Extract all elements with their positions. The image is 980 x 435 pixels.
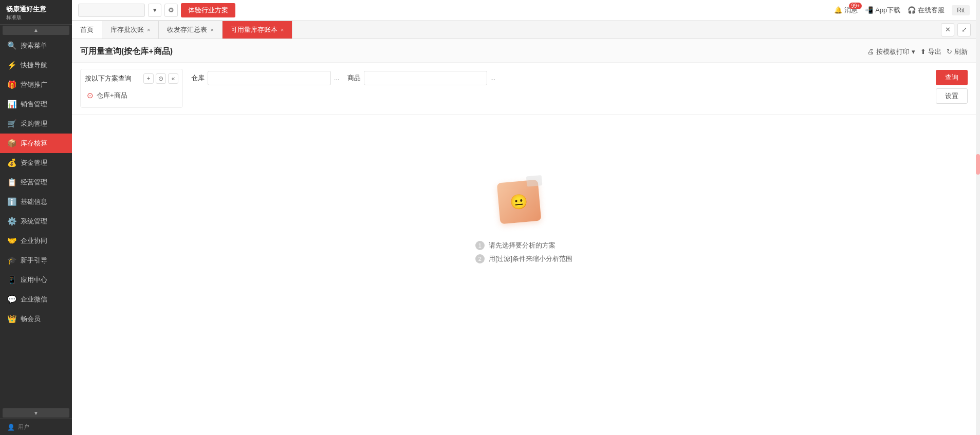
edit-scheme-btn[interactable]: ⊙ bbox=[156, 73, 166, 84]
info-icon: ℹ️ bbox=[7, 197, 16, 206]
sidebar-item-label: 系统管理 bbox=[21, 217, 47, 226]
scheme-item-label: 仓库+商品 bbox=[97, 91, 127, 100]
warehouse-more-btn[interactable]: ... bbox=[334, 74, 339, 82]
sidebar-item-system[interactable]: ⚙️ 系统管理 bbox=[0, 212, 72, 231]
sidebar-item-member[interactable]: 👑 畅会员 bbox=[0, 309, 72, 329]
topbar-left: ▾ ⚙ 体验行业方案 bbox=[78, 3, 235, 17]
sidebar-item-marketing[interactable]: 🎁 营销推广 bbox=[0, 75, 72, 94]
scrollbar-thumb[interactable] bbox=[976, 154, 980, 175]
topbar-search-input[interactable] bbox=[78, 4, 145, 17]
topbar-gear-btn[interactable]: ⚙ bbox=[164, 4, 178, 17]
sidebar-item-management[interactable]: 📋 经营管理 bbox=[0, 173, 72, 192]
sidebar-nav: 🔍 搜索菜单 ⚡ 快捷导航 🎁 营销推广 📊 销售管理 🛒 采购管理 📦 bbox=[0, 36, 72, 407]
sidebar-item-guide[interactable]: 🎓 新手引导 bbox=[0, 251, 72, 270]
export-icon: ⬆ bbox=[920, 48, 926, 55]
export-btn[interactable]: ⬆ 导出 bbox=[920, 47, 941, 56]
inventory-batch-tab-label: 库存批次账 bbox=[110, 25, 144, 34]
close-summary-icon[interactable]: × bbox=[210, 27, 213, 33]
page-header: 可用量查询(按仓库+商品) 🖨 按模板打印 ▾ ⬆ 导出 ↻ 刷新 bbox=[72, 39, 976, 63]
add-scheme-btn[interactable]: + bbox=[143, 73, 154, 84]
notice-btn[interactable]: 🔔 消息 99+ bbox=[834, 6, 858, 15]
print-btn[interactable]: 🖨 按模板打印 ▾ bbox=[867, 47, 915, 56]
gear-icon: ⚙️ bbox=[7, 217, 16, 226]
tab-home[interactable]: 首页 bbox=[72, 21, 102, 39]
query-fields: 仓库 ... 商品 ... bbox=[191, 69, 928, 108]
app-version: 标准版 bbox=[6, 14, 66, 21]
empty-state: 😐 1 请先选择要分析的方案 2 用[过滤]条件来缩小分析范围 bbox=[72, 115, 976, 330]
sidebar-user-name: 用户 bbox=[18, 423, 29, 431]
user-avatar-icon: 👤 bbox=[7, 424, 15, 431]
hint-text-1: 请先选择要分析的方案 bbox=[489, 241, 556, 250]
warehouse-input[interactable] bbox=[208, 71, 331, 85]
close-tab-btn[interactable]: ✕ bbox=[941, 23, 954, 36]
scroll-down-btn[interactable]: ▼ bbox=[3, 408, 69, 418]
tabbar: 首页 库存批次账 × 收发存汇总表 × 可用量库存账本 × ✕ ⤢ bbox=[72, 21, 976, 39]
sidebar-item-purchase[interactable]: 🛒 采购管理 bbox=[0, 114, 72, 134]
sidebar-item-label: 搜索菜单 bbox=[21, 41, 47, 50]
refresh-btn[interactable]: ↻ 刷新 bbox=[947, 47, 968, 56]
empty-face-icon: 😐 bbox=[509, 193, 529, 211]
sidebar-item-wechat[interactable]: 💬 企业微信 bbox=[0, 290, 72, 309]
sidebar-item-app-center[interactable]: 📱 应用中心 bbox=[0, 270, 72, 290]
sidebar-item-label: 企业协同 bbox=[21, 236, 47, 245]
trial-btn[interactable]: 体验行业方案 bbox=[181, 3, 235, 17]
app-download-label: App下载 bbox=[875, 6, 900, 15]
close-available-qty-icon[interactable]: × bbox=[281, 27, 284, 33]
sidebar-item-collab[interactable]: 🤝 企业协同 bbox=[0, 231, 72, 251]
sidebar-item-finance[interactable]: 💰 资金管理 bbox=[0, 153, 72, 173]
right-scrollbar[interactable] bbox=[976, 0, 980, 435]
tab-summary[interactable]: 收发存汇总表 × bbox=[159, 21, 222, 39]
tab-inventory-batch[interactable]: 库存批次账 × bbox=[102, 21, 159, 39]
mobile-icon: 📱 bbox=[7, 275, 16, 285]
sidebar-item-sales[interactable]: 📊 销售管理 bbox=[0, 94, 72, 114]
online-service-label: 在线客服 bbox=[918, 6, 945, 15]
close-inventory-batch-icon[interactable]: × bbox=[147, 27, 150, 33]
empty-box-icon: 😐 bbox=[496, 180, 541, 224]
page-actions: 🖨 按模板打印 ▾ ⬆ 导出 ↻ 刷新 bbox=[867, 47, 968, 56]
lightning-icon: ⚡ bbox=[7, 61, 16, 70]
app-name: 畅康通好生意 bbox=[6, 5, 66, 14]
print-icon: 🖨 bbox=[867, 48, 874, 55]
query-settings-btn[interactable]: 设置 bbox=[936, 88, 968, 104]
settings-icon: ⚙ bbox=[168, 6, 174, 14]
export-label: 导出 bbox=[928, 47, 941, 56]
sidebar-item-search[interactable]: 🔍 搜索菜单 bbox=[0, 36, 72, 55]
goods-more-btn[interactable]: ... bbox=[490, 74, 495, 82]
sidebar-item-inventory[interactable]: 📦 库存核算 bbox=[0, 134, 72, 153]
query-execute-btn[interactable]: 查询 bbox=[936, 70, 968, 85]
topbar-username: Rit bbox=[957, 7, 965, 14]
maximize-btn[interactable]: ⤢ bbox=[957, 23, 971, 36]
tab-actions: ✕ ⤢ bbox=[936, 21, 976, 39]
hint-num-2: 2 bbox=[475, 254, 485, 263]
scheme-actions: + ⊙ « bbox=[143, 73, 178, 84]
sidebar-bottom[interactable]: 👤 用户 bbox=[0, 419, 72, 435]
scroll-up-btn[interactable]: ▲ bbox=[3, 26, 69, 35]
user-menu-btn[interactable]: Rit bbox=[952, 5, 970, 15]
sidebar-item-basic-info[interactable]: ℹ️ 基础信息 bbox=[0, 192, 72, 212]
sidebar-item-label: 采购管理 bbox=[21, 119, 47, 128]
tab-available-qty[interactable]: 可用量库存账本 × bbox=[223, 21, 292, 39]
sidebar-item-label: 企业微信 bbox=[21, 295, 47, 304]
scheme-item-warehouse-goods[interactable]: ⊙ 仓库+商品 bbox=[85, 88, 178, 103]
goods-label: 商品 bbox=[347, 73, 361, 83]
scheme-title: 按以下方案查询 bbox=[85, 74, 132, 83]
app-download-btn[interactable]: 📲 App下载 bbox=[865, 6, 900, 15]
collapse-scheme-btn[interactable]: « bbox=[168, 73, 178, 84]
cart-icon: 🛒 bbox=[7, 119, 16, 128]
topbar: ▾ ⚙ 体验行业方案 🔔 消息 99+ 📲 App下载 🎧 bbox=[72, 0, 976, 21]
search-icon: 🔍 bbox=[7, 41, 16, 50]
sidebar-item-label: 应用中心 bbox=[21, 275, 47, 285]
summary-tab-label: 收发存汇总表 bbox=[167, 25, 207, 34]
empty-illustration: 😐 bbox=[498, 181, 550, 233]
sidebar-item-nav[interactable]: ⚡ 快捷导航 bbox=[0, 55, 72, 75]
online-service-btn[interactable]: 🎧 在线客服 bbox=[908, 6, 945, 15]
box-icon: 📦 bbox=[7, 139, 16, 148]
sidebar-item-label: 基础信息 bbox=[21, 197, 47, 206]
empty-hint-2: 2 用[过滤]条件来缩小分析范围 bbox=[475, 254, 572, 263]
scheme-header: 按以下方案查询 + ⊙ « bbox=[85, 73, 178, 84]
topbar-dropdown-btn[interactable]: ▾ bbox=[148, 4, 161, 17]
warehouse-field-group: 仓库 ... bbox=[191, 71, 339, 85]
goods-input[interactable] bbox=[364, 71, 487, 85]
query-right: 查询 设置 bbox=[936, 69, 968, 108]
scheme-selector: 按以下方案查询 + ⊙ « ⊙ 仓库+商品 bbox=[80, 69, 183, 108]
